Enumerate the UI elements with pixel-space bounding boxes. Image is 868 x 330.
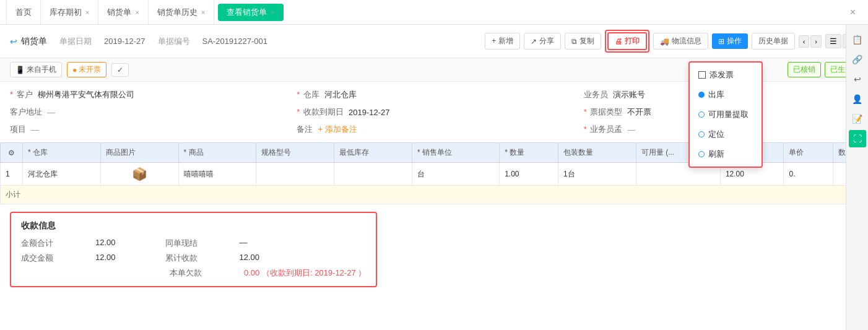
th-price: 单价 xyxy=(784,143,833,163)
locate-icon xyxy=(698,131,705,137)
owe-value: 0.00 （收款到期日: 2019-12-27 ） xyxy=(244,267,366,279)
bottom-section: 收款信息 金额合计 12.00 同单现结 — 成交金额 12.00 累计收款 1… xyxy=(0,204,868,295)
print-highlight-box: 🖨 打印 xyxy=(605,30,649,53)
add-note-label: 添加备注 xyxy=(325,124,357,134)
row-spec xyxy=(256,163,334,186)
copy-icon: ⧉ xyxy=(571,37,577,46)
add-invoice-icon xyxy=(698,71,706,79)
th-qty: * 数量 xyxy=(500,143,558,163)
note-field: 备注 + 添加备注 xyxy=(297,124,571,135)
tab-history-label: 销货单历史 xyxy=(157,7,197,18)
row-index: 1 xyxy=(1,163,23,186)
number-label: 单据编号 xyxy=(158,36,190,47)
total-label: 金额合计 xyxy=(21,238,71,249)
th-image: 商品图片 xyxy=(100,143,178,163)
out-warehouse-label: 出库 xyxy=(708,89,724,100)
logistics-button[interactable]: 🚚 物流信息 xyxy=(653,33,708,50)
tab-sales-label: 销货单 xyxy=(107,7,131,18)
sidebar-link-icon[interactable]: 🔗 xyxy=(849,51,866,68)
product-image-icon: 📦 xyxy=(132,167,147,181)
salesperson2-value: — xyxy=(627,125,635,134)
operations-button[interactable]: ⊞ 操作 xyxy=(712,33,748,49)
print-label: 打印 xyxy=(625,36,640,46)
from-phone-label: 来自手机 xyxy=(27,64,56,75)
payment-row-2: 成交金额 12.00 累计收款 12.00 xyxy=(21,253,366,264)
sidebar-expand-icon[interactable]: ⛶ xyxy=(849,130,866,147)
salesperson-value: 演示账号 xyxy=(613,89,645,100)
share-button[interactable]: ↗ 分享 xyxy=(524,33,561,50)
tab-history-close[interactable]: × xyxy=(201,9,205,16)
payment-title: 收款信息 xyxy=(21,220,366,232)
sidebar-clipboard-icon[interactable]: 📋 xyxy=(849,31,866,48)
nav-next[interactable]: › xyxy=(810,35,822,48)
ticket-type-label: 票据类型 xyxy=(590,107,622,116)
add-note-button[interactable]: + 添加备注 xyxy=(318,124,357,135)
cumulative-value: 12.00 xyxy=(240,253,260,264)
subtotal-row: 小计 xyxy=(1,186,868,204)
from-phone-button[interactable]: 📱 来自手机 xyxy=(10,62,62,77)
tab-home-label: 首页 xyxy=(15,7,32,18)
row-warehouse: 河北仓库 xyxy=(23,163,101,186)
project-label: 项目 xyxy=(10,124,26,135)
due-date: 2019-12-27 xyxy=(315,268,356,277)
th-min-stock: 最低库存 xyxy=(334,143,412,163)
phone-icon: 📱 xyxy=(15,66,25,74)
sidebar-note-icon[interactable]: 📝 xyxy=(849,110,866,128)
sidebar-user-icon[interactable]: 👤 xyxy=(849,90,866,108)
th-warehouse: * 仓库 xyxy=(23,143,101,163)
customer-field: * 客户 柳州粤港平安气体有限公司 xyxy=(10,89,284,100)
th-settings[interactable]: ⚙ xyxy=(1,143,23,163)
owe-label: 本单欠款 xyxy=(170,267,219,279)
deal-value: 12.00 xyxy=(95,253,116,264)
logistics-icon: 🚚 xyxy=(660,37,669,46)
address-value: — xyxy=(47,108,55,117)
add-invoice-label: 添发票 xyxy=(710,69,734,80)
operations-icon: ⊞ xyxy=(718,37,724,46)
tab-inventory-close[interactable]: × xyxy=(85,9,89,16)
tab-view-label: 查看销货单 xyxy=(227,7,267,18)
copy-button[interactable]: ⧉ 复制 xyxy=(565,33,601,50)
not-open-button[interactable]: ● 未开票 xyxy=(67,62,106,77)
payment-row-1: 金额合计 12.00 同单现结 — xyxy=(21,238,366,249)
date-value: 2019-12-27 xyxy=(104,37,145,46)
warehouse-value: 河北仓库 xyxy=(324,89,357,100)
dropdown-available-qty[interactable]: 可用量提取 xyxy=(690,105,762,124)
payment-date-value: 2019-12-27 xyxy=(349,108,390,117)
th-pack-qty: 包装数量 xyxy=(558,143,636,163)
global-close-button[interactable]: × xyxy=(844,7,862,18)
history-button[interactable]: 历史单据 xyxy=(752,33,795,50)
confirm-button[interactable]: ✓ xyxy=(111,63,129,77)
history-label: 历史单据 xyxy=(758,36,788,46)
dropdown-add-invoice[interactable]: 添发票 xyxy=(690,65,762,85)
owe-spacer xyxy=(21,267,71,279)
deal-label: 成交金额 xyxy=(21,253,71,264)
tab-home[interactable]: 首页 xyxy=(6,0,41,25)
payment-date-label: 收款到期日 xyxy=(303,107,344,116)
out-warehouse-icon xyxy=(698,92,705,98)
tab-sales-close[interactable]: × xyxy=(135,9,139,16)
tab-inventory-init[interactable]: 库存期初 × xyxy=(41,0,98,25)
dropdown-out-warehouse[interactable]: 出库 xyxy=(690,85,762,105)
refresh-icon xyxy=(698,151,705,157)
salesperson2-label: 业务员孟 xyxy=(590,124,622,134)
view-list[interactable]: ☰ xyxy=(825,34,841,48)
ticket-icon: ● xyxy=(72,66,77,74)
nav-prev[interactable]: ‹ xyxy=(799,35,810,48)
row-pack-qty: 1台 xyxy=(558,163,636,186)
tab-sales-history[interactable]: 销货单历史 × xyxy=(149,0,214,25)
confirm-icon: ✓ xyxy=(117,66,123,74)
print-button[interactable]: 🖨 打印 xyxy=(607,32,647,50)
dropdown-locate[interactable]: 定位 xyxy=(690,124,762,144)
dropdown-refresh[interactable]: 刷新 xyxy=(690,144,762,164)
sidebar-return-icon[interactable]: ↩ xyxy=(849,71,866,88)
available-qty-icon xyxy=(698,111,705,118)
tab-view-close[interactable]: × xyxy=(271,9,274,16)
tab-view-sales[interactable]: 查看销货单 × xyxy=(218,4,283,21)
available-qty-label: 可用量提取 xyxy=(708,109,749,120)
address-field: 客户地址 — xyxy=(10,106,284,118)
new-button[interactable]: + 新增 xyxy=(485,33,519,50)
tab-sales-order[interactable]: 销货单 × xyxy=(98,0,148,25)
salesperson-label: 业务员 xyxy=(584,89,608,100)
row-product: 嘻嘻嘻嘻 xyxy=(178,163,256,186)
date-label: 单据日期 xyxy=(59,36,92,47)
